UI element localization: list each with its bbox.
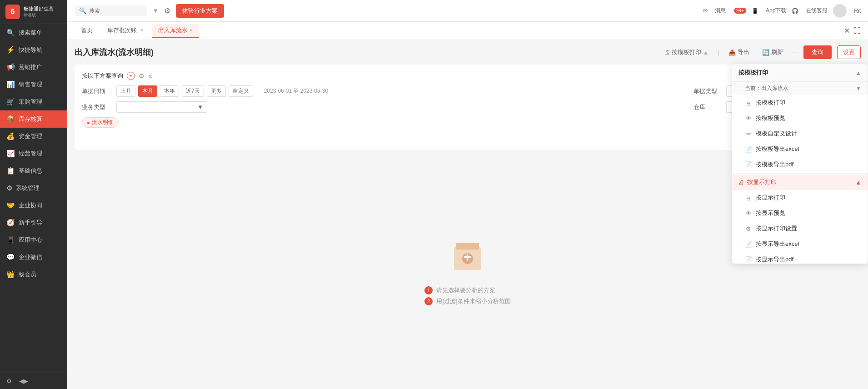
logo-badge: 标准版	[24, 12, 54, 18]
filter-tag[interactable]: ● 流水明细	[82, 117, 119, 128]
headset-icon: 🎧	[792, 8, 798, 14]
item-label: 按模板打印	[756, 99, 785, 107]
item-label: 按模板预览	[756, 114, 785, 122]
sidebar-item-finance[interactable]: 💰 资金管理	[0, 128, 67, 145]
date-btn-more[interactable]: 更多	[207, 85, 226, 97]
operations-icon: 📈	[6, 150, 15, 158]
settings-icon[interactable]: ⚙	[6, 378, 12, 384]
sidebar-item-label: 快捷导航	[19, 46, 42, 54]
tab-batch-account[interactable]: 库存批次账 ×	[101, 23, 150, 39]
preview-icon: 👁	[745, 115, 752, 122]
user-area[interactable]: Rit	[833, 4, 861, 18]
gear-filter-icon[interactable]: ⚙	[139, 72, 145, 80]
dropdown-item-display-preview[interactable]: 👁 按显示预览	[732, 205, 868, 221]
dropdown-item-display-print[interactable]: 🖨 按显示打印	[732, 190, 868, 205]
item-label: 按显示打印	[756, 194, 785, 202]
refresh-icon: 🔄	[762, 49, 769, 56]
add-filter-icon[interactable]: +	[127, 72, 135, 80]
item-label: 按模板导出excel	[756, 145, 799, 153]
sidebar-item-label: 采购管理	[19, 98, 42, 106]
search-box[interactable]: 🔍	[75, 5, 147, 16]
tab-inout-flow-close[interactable]: ×	[190, 27, 193, 34]
collapse-sidebar-icon[interactable]: ◀▶	[19, 378, 28, 384]
sidebar: 6 畅捷通好生意 标准版 🔍 搜索菜单 ⚡ 快捷导航 📢 营销推广 📊 销售管理…	[0, 0, 67, 389]
date-btn-custom[interactable]: 自定义	[229, 85, 253, 97]
basic-info-icon: 📋	[6, 167, 15, 175]
tip-num-1: 1	[424, 286, 433, 294]
inventory-icon: 📦	[6, 115, 15, 123]
sidebar-item-label: 搜索菜单	[19, 29, 42, 37]
empty-tips: 1 请先选择要分析的方案 2 用[过滤]条件来缩小分析范围	[424, 286, 510, 305]
tab-batch-account-close[interactable]: ×	[140, 27, 144, 34]
sidebar-nav: 🔍 搜索菜单 ⚡ 快捷导航 📢 营销推广 📊 销售管理 🛒 采购管理 📦 库存核…	[0, 24, 67, 373]
sidebar-item-label: 销售管理	[19, 80, 42, 89]
collapse-filter-icon[interactable]: «	[148, 72, 152, 80]
pdf-icon2: 📄	[745, 256, 752, 263]
export-icon: 📤	[728, 49, 736, 56]
search-input[interactable]	[89, 8, 135, 14]
gear-icon[interactable]: ⚙	[164, 6, 170, 15]
sidebar-item-label: 应用中心	[19, 236, 42, 244]
dropdown-item-template-custom[interactable]: ✏ 模板自定义设计	[732, 126, 868, 141]
sidebar-item-enterprise[interactable]: 🤝 企业协同	[0, 197, 67, 214]
dropdown-item-display-settings[interactable]: ⚙ 按显示打印设置	[732, 221, 868, 236]
tab-inout-flow[interactable]: 出入库流水 ×	[152, 24, 199, 38]
biz-type-select[interactable]: ▼	[116, 101, 207, 113]
preview-icon2: 👁	[745, 209, 752, 217]
sidebar-item-purchase[interactable]: 🛒 采购管理	[0, 93, 67, 110]
chevron-up-close-icon[interactable]: ▲	[855, 70, 861, 76]
pdf-icon: 📄	[745, 161, 752, 168]
close-window-btn[interactable]: ✕	[844, 27, 850, 35]
industry-btn[interactable]: 体验行业方案	[176, 4, 224, 18]
finance-icon: 💰	[6, 132, 15, 140]
dropdown-content: 当前：出入库流水 ▼ 🖨 按模板打印 👁 按模板预览 ✏ 模板自定义设计	[732, 82, 868, 264]
sidebar-item-sales[interactable]: 📊 销售管理	[0, 76, 67, 93]
dropdown-section-display-print[interactable]: 🖨 按显示打印 ▲	[732, 175, 868, 190]
dropdown-item-display-pdf[interactable]: 📄 按显示导出pdf	[732, 252, 868, 264]
customer-service-area[interactable]: 🎧 在线客服	[792, 7, 828, 15]
sidebar-item-basic-info[interactable]: 📋 基础信息	[0, 162, 67, 180]
sidebar-item-wecom[interactable]: 💬 企业微信	[0, 249, 67, 266]
date-btn-7days[interactable]: 近7天	[182, 85, 204, 97]
sidebar-item-quick-nav[interactable]: ⚡ 快捷导航	[0, 41, 67, 59]
settings-btn[interactable]: 设置	[837, 45, 861, 59]
item-label: 按显示导出pdf	[756, 255, 793, 264]
tab-home[interactable]: 首页	[75, 23, 99, 39]
refresh-btn[interactable]: 🔄 刷新	[758, 46, 787, 58]
topbar: 🔍 ▼ ⚙ 体验行业方案 ✉ 消息 99+ 📱 App下载 🎧 在线客服 Rit	[67, 0, 868, 22]
sidebar-item-search-menu[interactable]: 🔍 搜索菜单	[0, 24, 67, 41]
date-btn-prev-month[interactable]: 上月	[116, 85, 135, 97]
customer-service-label: 在线客服	[806, 7, 828, 15]
query-btn[interactable]: 查询	[803, 45, 832, 59]
date-btn-this-month[interactable]: 本月	[138, 85, 157, 97]
dropdown-item-template-preview[interactable]: 👁 按模板预览	[732, 110, 868, 126]
biz-type-label: 业务类型	[82, 103, 109, 111]
print-icon: 🖨	[745, 99, 752, 106]
sidebar-item-inventory[interactable]: 📦 库存核算	[0, 110, 67, 128]
dropdown-item-display-excel[interactable]: 📄 按显示导出excel	[732, 236, 868, 252]
tip-text-2: 用[过滤]条件来缩小分析范围	[436, 297, 510, 305]
topbar-actions: ✉ 消息 99+ 📱 App下载 🎧 在线客服 Rit	[703, 4, 861, 18]
dropdown-item-template-excel[interactable]: 📄 按模板导出excel	[732, 141, 868, 157]
sidebar-item-apps[interactable]: 📱 应用中心	[0, 231, 67, 249]
warehouse-label: 仓库	[693, 103, 721, 111]
maximize-window-btn[interactable]: ⛶	[853, 27, 861, 35]
sidebar-item-operations[interactable]: 📈 经营管理	[0, 145, 67, 162]
sidebar-item-system[interactable]: ⚙ 系统管理	[0, 180, 67, 197]
sidebar-item-guide[interactable]: 🧭 新手引导	[0, 214, 67, 231]
print-template-btn[interactable]: 🖨 按模板打印 ▲	[660, 46, 713, 58]
dropdown-arrow-icon[interactable]: ▼	[153, 7, 159, 14]
purchase-icon: 🛒	[6, 98, 15, 106]
export-btn[interactable]: 📤 导出	[725, 46, 753, 58]
date-btn-this-year[interactable]: 本年	[160, 85, 179, 97]
dropdown-item-template-pdf[interactable]: 📄 按模板导出pdf	[732, 157, 868, 172]
app-download-area[interactable]: 📱 App下载	[752, 7, 786, 15]
sidebar-item-member[interactable]: 👑 畅会员	[0, 266, 67, 283]
apps-icon: 📱	[6, 236, 15, 244]
sidebar-item-label: 库存核算	[19, 115, 42, 123]
print-dropdown-panel: 按模板打印 ▲ 当前：出入库流水 ▼ 🖨 按模板打印 👁 按模板预览	[732, 64, 868, 264]
message-area[interactable]: ✉ 消息 99+	[703, 7, 746, 15]
sidebar-item-marketing[interactable]: 📢 营销推广	[0, 59, 67, 76]
page-toolbar: 🖨 按模板打印 ▲ | 📤 导出 🔄 刷新 ⋯ 查询 设置	[660, 45, 861, 59]
dropdown-item-template-print[interactable]: 🖨 按模板打印	[732, 95, 868, 110]
